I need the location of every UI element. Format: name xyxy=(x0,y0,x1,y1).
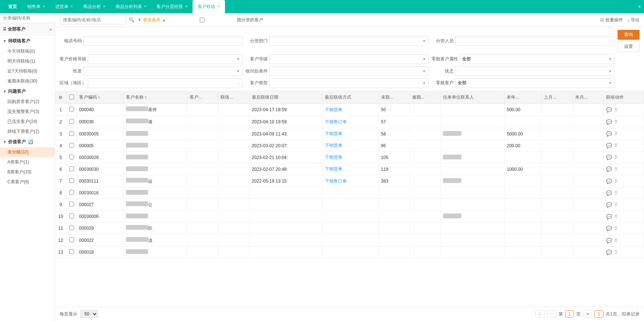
filter-status-select[interactable]: ▼ xyxy=(455,66,615,76)
action-menu-icon[interactable]: ⠿ xyxy=(614,166,618,172)
nav-sales-close[interactable]: × xyxy=(43,0,45,13)
settings-icon[interactable]: ⚙ xyxy=(59,95,63,100)
filter-manager-input[interactable]: ··· xyxy=(455,36,615,46)
row-checkbox[interactable] xyxy=(69,249,74,254)
search-input[interactable] xyxy=(60,15,126,24)
cell-checkbox[interactable] xyxy=(66,175,77,187)
reset-button[interactable]: 设置 xyxy=(617,41,640,52)
prev-page-button[interactable]: < xyxy=(547,310,556,318)
nav-product-analysis-list[interactable]: 商品分析列表 × xyxy=(110,0,152,13)
sidebar-item-class-c[interactable]: C类客户(6) xyxy=(0,177,55,187)
sidebar-waiting-group[interactable]: ▼ 待联络客户 xyxy=(0,36,55,46)
cell-checkbox[interactable] xyxy=(66,199,77,211)
nav-close-all-button[interactable]: × xyxy=(638,4,641,10)
next-page-button[interactable]: > xyxy=(583,310,592,318)
row-checkbox[interactable] xyxy=(69,178,74,183)
nav-customer-tier-close[interactable]: × xyxy=(185,0,187,13)
batch-operation-button[interactable]: ☑ 批量操作 xyxy=(600,17,623,23)
cell-checkbox[interactable] xyxy=(66,222,77,234)
filter-scatter-customer-select[interactable]: 全部▼ xyxy=(455,78,615,88)
last-method-link[interactable]: 下销货单 xyxy=(325,143,342,148)
action-menu-icon[interactable]: ⠿ xyxy=(614,119,618,125)
action-chat-icon[interactable]: 💬 xyxy=(606,238,612,243)
row-checkbox[interactable] xyxy=(69,166,74,171)
nav-product-analysis[interactable]: 商品分析 × xyxy=(78,0,110,13)
sidebar-value-group[interactable]: ▼ 价值客户 🔄 xyxy=(0,137,55,147)
action-menu-icon[interactable]: ⠿ xyxy=(614,107,618,113)
row-checkbox[interactable] xyxy=(69,214,74,218)
filter-customer-type-select[interactable]: ▼ xyxy=(269,78,429,88)
action-chat-icon[interactable]: 💬 xyxy=(606,166,612,172)
row-checkbox[interactable] xyxy=(69,131,74,136)
cell-checkbox[interactable] xyxy=(66,211,77,222)
action-menu-icon[interactable]: ⠿ xyxy=(614,214,618,219)
sidebar-problem-group[interactable]: ▼ 问题客户 xyxy=(0,86,55,97)
sidebar-item-class-a[interactable]: A类客户(1) xyxy=(0,157,55,167)
action-chat-icon[interactable]: 💬 xyxy=(606,119,612,125)
action-chat-icon[interactable]: 💬 xyxy=(606,202,612,208)
action-chat-icon[interactable]: 💬 xyxy=(606,143,612,148)
my-customers-checkbox[interactable]: 我分管的客户 xyxy=(169,17,263,23)
action-chat-icon[interactable]: 💬 xyxy=(606,131,612,137)
nav-home[interactable]: 首页 xyxy=(3,0,22,13)
code-sort-icon[interactable]: ⇅ xyxy=(98,96,101,99)
action-chat-icon[interactable]: 💬 xyxy=(606,214,612,219)
action-menu-icon[interactable]: ⠿ xyxy=(614,179,618,184)
nav-product-analysis-close[interactable]: × xyxy=(103,0,105,13)
filter-customer-level-select[interactable]: ▼ xyxy=(269,54,429,64)
sidebar-item-tomorrow[interactable]: 明天待联络(1) xyxy=(0,56,55,66)
first-page-button[interactable]: K xyxy=(535,310,545,318)
cell-checkbox[interactable] xyxy=(66,187,77,199)
action-menu-icon[interactable]: ⠿ xyxy=(614,250,618,255)
last-method-link[interactable]: 下销货单 xyxy=(325,166,342,172)
sidebar-search-input[interactable] xyxy=(3,15,55,21)
sidebar-item-declining[interactable]: 持续下滑客户(2) xyxy=(0,127,55,137)
nav-purchase[interactable]: 进货单 × xyxy=(50,0,78,13)
action-menu-icon[interactable]: ⠿ xyxy=(614,155,618,160)
cell-checkbox[interactable] xyxy=(66,247,77,258)
action-menu-icon[interactable]: ⠿ xyxy=(614,202,618,208)
filter-nature-select[interactable]: ▼ xyxy=(83,66,243,76)
action-menu-icon[interactable]: ⠿ xyxy=(614,226,618,231)
cell-checkbox[interactable] xyxy=(66,152,77,163)
name-sort-icon[interactable]: ⇅ xyxy=(144,96,147,99)
filter-price-level-select[interactable]: ▼ xyxy=(88,54,243,64)
nav-customer-contact-close[interactable]: × xyxy=(218,0,220,13)
row-checkbox[interactable] xyxy=(69,107,74,112)
last-method-link[interactable]: 下销货单 xyxy=(325,131,342,136)
filter-scatter-attr-select[interactable]: 全部▼ xyxy=(460,54,615,64)
sidebar-item-ungrouped[interactable]: 未分组(32) xyxy=(0,147,55,157)
action-menu-icon[interactable]: ⠿ xyxy=(614,131,618,137)
select-all-checkbox[interactable] xyxy=(69,95,74,99)
sidebar-item-today[interactable]: 今天待联络(0) xyxy=(0,46,55,56)
cell-checkbox[interactable] xyxy=(66,140,77,152)
row-checkbox[interactable] xyxy=(69,190,74,195)
nav-customer-contact[interactable]: 客户联络 × xyxy=(193,0,225,13)
export-button[interactable]: ↓ 导出 xyxy=(627,17,640,23)
action-menu-icon[interactable]: ⠿ xyxy=(614,143,618,148)
th-settings[interactable]: ⚙ xyxy=(55,91,66,104)
more-conditions-button[interactable]: ▼ 更多条件 ▲ xyxy=(137,17,166,23)
value-refresh-icon[interactable]: 🔄 xyxy=(28,140,33,144)
sidebar-collapse-btn[interactable]: « xyxy=(49,27,52,32)
nav-sales[interactable]: 销售单 × xyxy=(22,0,50,13)
action-chat-icon[interactable]: 💬 xyxy=(606,226,612,231)
cell-checkbox[interactable] xyxy=(66,234,77,247)
last-method-link[interactable]: 下销售订单 xyxy=(325,179,347,184)
sidebar-item-overdue[interactable]: 逾期未联络(30) xyxy=(0,76,55,86)
page-size-select[interactable]: 50 xyxy=(80,310,98,318)
filter-region-input[interactable]: ··· xyxy=(88,78,243,88)
action-chat-icon[interactable]: 💬 xyxy=(606,190,612,196)
th-checkbox[interactable] xyxy=(66,91,77,104)
row-checkbox[interactable] xyxy=(69,155,74,159)
action-menu-icon[interactable]: ⠿ xyxy=(614,238,618,243)
last-method-link[interactable]: 下销售订单 xyxy=(325,119,347,124)
last-method-link[interactable]: 下销货单 xyxy=(325,107,342,112)
nav-product-analysis-list-close[interactable]: × xyxy=(144,0,147,13)
action-menu-icon[interactable]: ⠿ xyxy=(614,190,618,196)
action-chat-icon[interactable]: 💬 xyxy=(606,179,612,184)
action-chat-icon[interactable]: 💬 xyxy=(606,250,612,255)
my-customers-check[interactable] xyxy=(169,18,235,22)
filter-phone-input[interactable] xyxy=(83,36,243,46)
row-checkbox[interactable] xyxy=(69,237,74,242)
